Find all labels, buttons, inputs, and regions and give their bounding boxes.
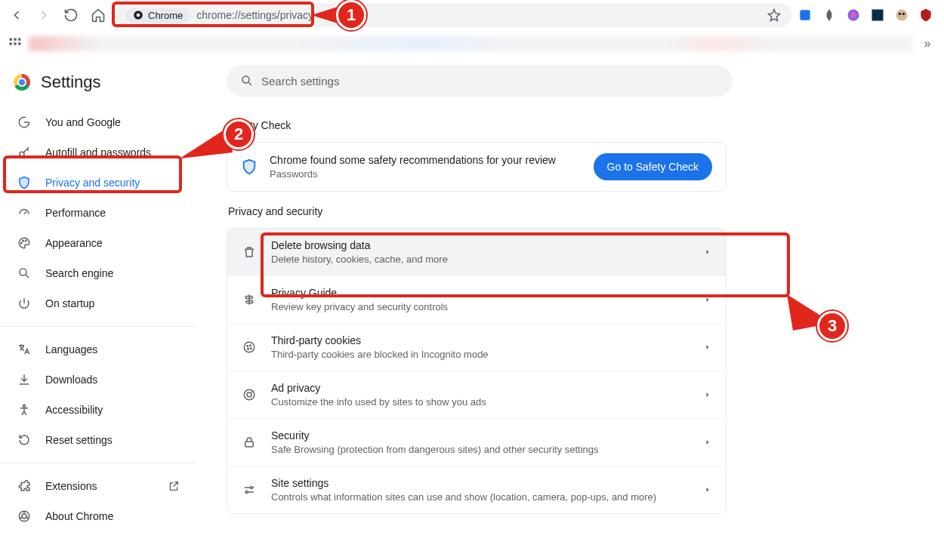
sidebar-item-label: Autofill and passwords bbox=[45, 146, 151, 158]
row-title: Ad privacy bbox=[271, 382, 689, 394]
browser-toolbar: Chrome chrome://settings/privacy bbox=[0, 0, 944, 30]
google-g-icon bbox=[17, 115, 32, 129]
ext-icon-3[interactable] bbox=[846, 8, 861, 23]
ext-icon-1[interactable] bbox=[797, 8, 813, 23]
row-privacy-guide[interactable]: Privacy Guide Review key privacy and sec… bbox=[227, 275, 726, 323]
sidebar-item-about[interactable]: About Chrome bbox=[0, 501, 196, 531]
svg-point-22 bbox=[242, 76, 249, 83]
ext-icon-5[interactable] bbox=[894, 8, 909, 23]
sidebar-item-on-startup[interactable]: On startup bbox=[0, 288, 196, 318]
trash-icon bbox=[241, 245, 258, 259]
row-sub: Customize the info used by sites to show… bbox=[271, 396, 689, 408]
svg-point-18 bbox=[20, 269, 26, 275]
svg-point-16 bbox=[23, 240, 24, 242]
bookmarks-blurred bbox=[29, 36, 912, 51]
search-icon bbox=[240, 74, 254, 88]
download-icon bbox=[17, 373, 32, 386]
settings-title: Settings bbox=[41, 72, 101, 92]
bookmarks-bar: » bbox=[0, 30, 944, 57]
signpost-icon bbox=[241, 293, 258, 306]
svg-point-26 bbox=[248, 349, 249, 350]
svg-point-5 bbox=[896, 10, 908, 21]
sidebar-item-autofill[interactable]: Autofill and passwords bbox=[0, 137, 196, 168]
sidebar-item-accessibility[interactable]: Accessibility bbox=[0, 395, 196, 425]
svg-rect-8 bbox=[10, 38, 12, 41]
row-delete-browsing-data[interactable]: Delete browsing data Delete history, coo… bbox=[227, 229, 726, 275]
row-sub: Review key privacy and security controls bbox=[271, 301, 689, 312]
sidebar-item-languages[interactable]: Languages bbox=[0, 334, 196, 365]
sidebar-item-label: You and Google bbox=[45, 116, 121, 128]
row-sub: Safe Browsing (protection from dangerous… bbox=[271, 444, 689, 455]
translate-icon bbox=[17, 343, 32, 356]
safety-check-card: Chrome found some safety recommendations… bbox=[227, 142, 727, 192]
settings-header: Settings bbox=[0, 69, 196, 107]
sidebar-item-appearance[interactable]: Appearance bbox=[0, 228, 196, 258]
sidebar-item-label: Appearance bbox=[45, 237, 103, 249]
omnibox-origin-chip: Chrome bbox=[125, 8, 190, 23]
chevron-right-icon bbox=[703, 248, 712, 257]
chevron-right-icon bbox=[703, 295, 712, 304]
svg-point-27 bbox=[251, 348, 252, 349]
search-settings-input[interactable] bbox=[261, 75, 719, 88]
apps-icon[interactable] bbox=[8, 36, 23, 51]
sidebar-item-label: Reset settings bbox=[45, 434, 113, 446]
svg-point-7 bbox=[902, 13, 905, 15]
row-title: Privacy Guide bbox=[271, 287, 689, 299]
back-button[interactable] bbox=[6, 5, 27, 26]
sidebar-item-you-and-google[interactable]: You and Google bbox=[0, 107, 196, 137]
search-icon bbox=[17, 266, 32, 280]
sidebar-item-label: Search engine bbox=[45, 267, 113, 279]
palette-icon bbox=[17, 236, 32, 250]
svg-rect-4 bbox=[872, 10, 884, 21]
ext-icon-4[interactable] bbox=[870, 8, 885, 23]
external-link-icon bbox=[168, 480, 180, 492]
row-ad-privacy[interactable]: Ad privacy Customize the info used by si… bbox=[227, 371, 726, 418]
svg-point-32 bbox=[246, 491, 248, 494]
ext-icon-6[interactable] bbox=[918, 8, 933, 23]
svg-point-6 bbox=[899, 13, 901, 15]
row-third-party-cookies[interactable]: Third-party cookies Third-party cookies … bbox=[227, 323, 726, 371]
row-site-settings[interactable]: Site settings Controls what information … bbox=[227, 466, 726, 513]
sidebar-item-privacy-security[interactable]: Privacy and security bbox=[0, 168, 196, 198]
reload-button[interactable] bbox=[60, 5, 82, 26]
safety-check-heading: Safety Check bbox=[228, 119, 914, 131]
bookmark-star-icon[interactable] bbox=[767, 8, 781, 22]
omnibox[interactable]: Chrome chrome://settings/privacy bbox=[115, 3, 791, 27]
sidebar-item-reset[interactable]: Reset settings bbox=[0, 425, 196, 455]
row-security[interactable]: Security Safe Browsing (protection from … bbox=[227, 418, 726, 466]
sidebar-item-label: Languages bbox=[45, 343, 97, 355]
sidebar-item-search-engine[interactable]: Search engine bbox=[0, 258, 196, 288]
settings-sidebar: Settings You and Google Autofill and pas… bbox=[0, 57, 196, 560]
svg-rect-10 bbox=[18, 38, 20, 41]
ads-icon bbox=[241, 388, 258, 402]
svg-rect-2 bbox=[800, 10, 810, 20]
forward-button[interactable] bbox=[33, 5, 54, 26]
bookmarks-overflow-icon[interactable]: » bbox=[918, 37, 936, 51]
sidebar-item-extensions[interactable]: Extensions bbox=[0, 471, 196, 501]
svg-point-23 bbox=[244, 342, 255, 352]
svg-point-14 bbox=[20, 152, 24, 156]
search-settings[interactable] bbox=[227, 65, 733, 97]
safety-title: Chrome found some safety recommendations… bbox=[270, 154, 582, 166]
svg-rect-12 bbox=[14, 42, 16, 45]
svg-rect-13 bbox=[18, 42, 20, 45]
chevron-right-icon bbox=[703, 390, 712, 399]
chevron-right-icon bbox=[703, 343, 712, 352]
ext-icon-2[interactable] bbox=[822, 8, 837, 23]
sidebar-item-performance[interactable]: Performance bbox=[0, 198, 196, 228]
svg-point-21 bbox=[22, 514, 26, 518]
sidebar-item-label: Accessibility bbox=[45, 404, 103, 416]
svg-point-1 bbox=[137, 14, 140, 17]
row-title: Site settings bbox=[271, 477, 689, 489]
home-button[interactable] bbox=[88, 5, 109, 26]
lock-icon bbox=[241, 435, 258, 449]
chevron-right-icon bbox=[703, 438, 712, 447]
go-to-safety-check-button[interactable]: Go to Safety Check bbox=[594, 153, 712, 180]
chrome-outline-icon bbox=[17, 509, 32, 523]
sliders-icon bbox=[241, 483, 258, 497]
row-title: Security bbox=[271, 429, 689, 442]
sidebar-separator bbox=[0, 326, 196, 327]
sidebar-item-downloads[interactable]: Downloads bbox=[0, 365, 196, 395]
settings-main: Safety Check Chrome found some safety re… bbox=[196, 57, 944, 560]
svg-rect-9 bbox=[14, 38, 16, 41]
